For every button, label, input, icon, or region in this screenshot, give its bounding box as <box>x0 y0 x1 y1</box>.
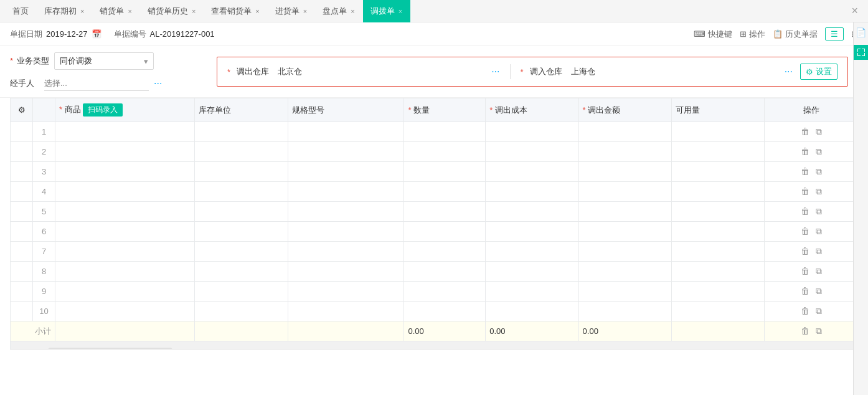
operation-button[interactable]: ⊞ 操作 <box>740 29 765 40</box>
person-ellipsis-button[interactable]: ··· <box>154 78 162 89</box>
delete-icon-9[interactable]: 🗑 <box>801 286 809 296</box>
row-amount-1[interactable] <box>578 122 671 142</box>
tab-purchase[interactable]: 进货单 × <box>268 0 315 22</box>
row-qty-1[interactable] <box>404 122 486 142</box>
delete-icon-6[interactable]: 🗑 <box>801 226 809 236</box>
row-cost-8[interactable] <box>486 262 578 282</box>
tab-inventory-check[interactable]: 盘点单 × <box>315 0 362 22</box>
copy-icon-4[interactable]: ⧉ <box>816 186 822 196</box>
history-button[interactable]: 📋 历史单据 <box>773 29 818 40</box>
tab-bar-close-button[interactable]: × <box>846 4 863 17</box>
tab-sales-history[interactable]: 销货单历史 × <box>140 0 204 22</box>
row-spec-8[interactable] <box>288 262 404 282</box>
row-unit-4[interactable] <box>195 182 288 202</box>
person-input[interactable] <box>44 76 149 91</box>
copy-icon-6[interactable]: ⧉ <box>816 226 822 236</box>
delete-icon-2[interactable]: 🗑 <box>801 146 809 156</box>
copy-icon-9[interactable]: ⧉ <box>816 286 822 296</box>
business-type-select[interactable]: 同价调拨 ▾ <box>54 52 154 70</box>
row-spec-6[interactable] <box>288 222 404 242</box>
row-product-7[interactable] <box>55 242 195 262</box>
delete-icon-1[interactable]: 🗑 <box>801 126 809 136</box>
layout-button-list[interactable]: ☰ <box>825 27 844 40</box>
row-unit-6[interactable] <box>195 222 288 242</box>
tab-close-transfer[interactable]: × <box>399 7 402 15</box>
row-cost-10[interactable] <box>486 302 578 321</box>
row-spec-10[interactable] <box>288 302 404 321</box>
delete-icon-3[interactable]: 🗑 <box>801 166 809 176</box>
tab-view-sales[interactable]: 查看销货单 × <box>204 0 267 22</box>
copy-icon-1[interactable]: ⧉ <box>816 126 822 136</box>
delete-icon-4[interactable]: 🗑 <box>801 186 809 196</box>
row-spec-1[interactable] <box>288 122 404 142</box>
row-cost-3[interactable] <box>486 162 578 182</box>
row-avail-2[interactable] <box>672 142 765 162</box>
tab-inventory-init[interactable]: 库存期初 × <box>37 0 92 22</box>
delete-icon-10[interactable]: 🗑 <box>801 306 809 316</box>
row-cost-7[interactable] <box>486 242 578 262</box>
row-spec-4[interactable] <box>288 182 404 202</box>
row-avail-6[interactable] <box>672 222 765 242</box>
row-product-8[interactable] <box>55 262 195 282</box>
row-qty-2[interactable] <box>404 142 486 162</box>
row-amount-3[interactable] <box>578 162 671 182</box>
tab-close-sales-order[interactable]: × <box>128 7 131 15</box>
row-product-2[interactable] <box>55 142 195 162</box>
row-avail-10[interactable] <box>672 302 765 321</box>
row-amount-5[interactable] <box>578 202 671 222</box>
row-avail-7[interactable] <box>672 242 765 262</box>
copy-icon-3[interactable]: ⧉ <box>816 166 822 176</box>
tab-close-sales-history[interactable]: × <box>192 7 196 15</box>
row-cost-1[interactable] <box>486 122 578 142</box>
settings-button[interactable]: ⚙ 设置 <box>800 64 837 80</box>
subtotal-copy-icon[interactable]: ⧉ <box>816 326 822 336</box>
row-qty-10[interactable] <box>404 302 486 321</box>
row-product-5[interactable] <box>55 202 195 222</box>
row-spec-5[interactable] <box>288 202 404 222</box>
row-avail-8[interactable] <box>672 262 765 282</box>
row-unit-10[interactable] <box>195 302 288 321</box>
row-amount-10[interactable] <box>578 302 671 321</box>
row-cost-4[interactable] <box>486 182 578 202</box>
warehouse-in-ellipsis[interactable]: ··· <box>785 66 793 77</box>
delete-icon-8[interactable]: 🗑 <box>801 266 809 276</box>
row-spec-2[interactable] <box>288 142 404 162</box>
row-amount-4[interactable] <box>578 182 671 202</box>
row-product-1[interactable] <box>55 122 195 142</box>
col-header-gear[interactable]: ⚙ <box>11 98 33 122</box>
row-unit-2[interactable] <box>195 142 288 162</box>
row-product-4[interactable] <box>55 182 195 202</box>
row-spec-9[interactable] <box>288 282 404 302</box>
row-product-3[interactable] <box>55 162 195 182</box>
row-cost-9[interactable] <box>486 282 578 302</box>
row-qty-8[interactable] <box>404 262 486 282</box>
row-amount-6[interactable] <box>578 222 671 242</box>
tab-close-inventory-check[interactable]: × <box>351 7 354 15</box>
row-cost-6[interactable] <box>486 222 578 242</box>
row-unit-9[interactable] <box>195 282 288 302</box>
row-qty-3[interactable] <box>404 162 486 182</box>
row-product-10[interactable] <box>55 302 195 321</box>
row-amount-7[interactable] <box>578 242 671 262</box>
row-qty-5[interactable] <box>404 202 486 222</box>
copy-icon-5[interactable]: ⧉ <box>816 206 822 216</box>
row-qty-9[interactable] <box>404 282 486 302</box>
row-qty-6[interactable] <box>404 222 486 242</box>
row-amount-2[interactable] <box>578 142 671 162</box>
subtotal-delete-icon[interactable]: 🗑 <box>801 326 809 336</box>
row-avail-4[interactable] <box>672 182 765 202</box>
copy-icon-10[interactable]: ⧉ <box>816 306 822 316</box>
delete-icon-5[interactable]: 🗑 <box>801 206 809 216</box>
row-spec-3[interactable] <box>288 162 404 182</box>
row-product-9[interactable] <box>55 282 195 302</box>
shortcut-button[interactable]: ⌨ 快捷键 <box>694 29 732 40</box>
copy-icon-7[interactable]: ⧉ <box>816 246 822 256</box>
warehouse-out-ellipsis[interactable]: ··· <box>491 66 499 77</box>
row-amount-9[interactable] <box>578 282 671 302</box>
delete-icon-7[interactable]: 🗑 <box>801 246 809 256</box>
row-avail-1[interactable] <box>672 122 765 142</box>
copy-icon-8[interactable]: ⧉ <box>816 266 822 276</box>
tab-close-purchase[interactable]: × <box>303 7 307 15</box>
tab-close-view-sales[interactable]: × <box>255 7 259 15</box>
row-unit-1[interactable] <box>195 122 288 142</box>
